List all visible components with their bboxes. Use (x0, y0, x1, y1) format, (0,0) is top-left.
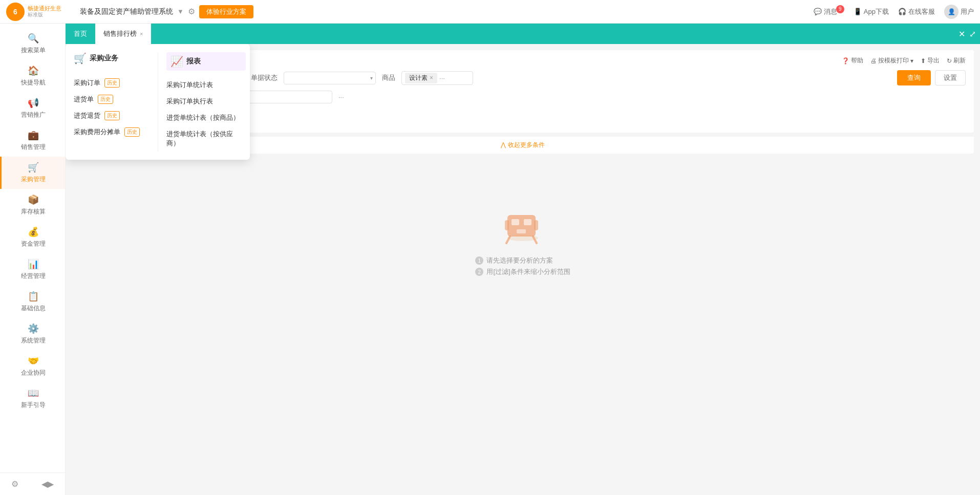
system-icon: ⚙️ (28, 323, 39, 334)
voucher-status-input[interactable] (284, 72, 376, 84)
sidebar-item-system[interactable]: ⚙️ 系统管理 (0, 318, 65, 350)
online-service-btn[interactable]: 🎧 在线客服 (898, 7, 935, 16)
collapse-icon[interactable]: ◀▶ (41, 479, 54, 489)
logo: 6 畅捷通好生意 标准版 (6, 3, 72, 21)
goods-more-btn[interactable]: ··· (439, 74, 445, 82)
export-btn[interactable]: ⬆ 导出 (921, 56, 940, 65)
svg-rect-4 (512, 219, 519, 225)
settings-bottom-icon[interactable]: ⚙ (11, 479, 18, 489)
enterprise-icon: 🤝 (28, 355, 39, 367)
svg-rect-6 (517, 229, 526, 233)
sidebar-item-beginner[interactable]: 📖 新手引导 (0, 382, 65, 415)
main-content: 🛒 采购业务 采购订单 历史 进货单 历史 进货退货 (66, 44, 980, 495)
query-btn[interactable]: 查询 (897, 70, 931, 85)
hist-badge-goods-return[interactable]: 历史 (104, 111, 120, 120)
empty-step-2: 2 用[过滤]条件来缩小分析范围 (475, 267, 570, 276)
sys-arrow-icon[interactable]: ▼ (177, 8, 184, 15)
sidebar-item-sales[interactable]: 💼 销售管理 (0, 124, 65, 157)
purchase-col-icon: 🛒 (74, 52, 87, 64)
goods-receipt-stat-goods-label: 进货单统计表（按商品） (166, 113, 240, 122)
hist-badge-purchase-cost[interactable]: 历史 (124, 127, 140, 137)
inventory-icon: 📦 (28, 194, 39, 205)
tab-sales-rank[interactable]: 销售排行榜 × (95, 24, 151, 44)
sidebar-label-quick-nav: 快捷导航 (21, 78, 46, 87)
app-download-btn[interactable]: 📱 App下载 (854, 7, 889, 16)
print-template-btn[interactable]: 🖨 按模板打印 ▾ (870, 56, 913, 65)
industry-btn[interactable]: 体验行业方案 (199, 5, 253, 18)
goods-label: 商品 (382, 73, 395, 82)
col-divider (158, 52, 158, 152)
query-actions: 查询 设置 (897, 70, 966, 85)
sidebar-item-search[interactable]: 🔍 搜索菜单 (0, 28, 65, 60)
message-btn[interactable]: 💬 消息 9 (814, 7, 844, 16)
sidebar-label-marketing: 营销推广 (21, 111, 46, 119)
purchase-order-label: 采购订单 (74, 78, 100, 88)
toolbar-right: ❓ 帮助 🖨 按模板打印 ▾ ⬆ 导出 (842, 56, 966, 65)
dropdown-item-purchase-order-exec[interactable]: 采购订单执行表 (166, 93, 242, 110)
svg-text:6: 6 (13, 8, 17, 16)
sidebar-nav: 🔍 搜索菜单 🏠 快捷导航 📢 营销推广 💼 销售管理 🛒 采购管 (0, 24, 65, 419)
sidebar-item-basic-info[interactable]: 📋 基础信息 (0, 286, 65, 318)
sales-icon: 💼 (28, 130, 39, 141)
dropdown-item-goods-receipt-stat-goods[interactable]: 进货单统计表（按商品） (166, 110, 242, 126)
sidebar-item-purchase[interactable]: 🛒 采购管理 (0, 157, 65, 189)
tab-close-window-icon[interactable]: ✕ (958, 29, 965, 39)
dropdown-menu: 🛒 采购业务 采购订单 历史 进货单 历史 进货退货 (66, 44, 250, 160)
sidebar-label-sales: 销售管理 (21, 143, 46, 152)
refresh-icon: ↻ (947, 57, 952, 64)
dropdown-purchase-title: 🛒 采购业务 (74, 52, 150, 69)
sidebar-label-funds: 资金管理 (21, 240, 46, 248)
help-icon: ❓ (842, 57, 849, 64)
tab-home[interactable]: 首页 (66, 24, 95, 44)
sidebar-item-marketing[interactable]: 📢 营销推广 (0, 92, 65, 124)
tab-close-btn[interactable]: × (140, 31, 143, 37)
empty-illustration (492, 195, 553, 246)
sidebar-label-inventory: 库存核算 (21, 207, 46, 216)
sidebar-item-inventory[interactable]: 📦 库存核算 (0, 189, 65, 221)
dropdown-item-goods-return[interactable]: 进货退货 历史 (74, 107, 150, 124)
user-icon: 👤 (948, 8, 955, 15)
print-arrow-icon: ▾ (910, 57, 913, 64)
dropdown-item-purchase-order-stat[interactable]: 采购订单统计表 (166, 77, 242, 93)
svg-rect-5 (524, 219, 531, 225)
sidebar-item-funds[interactable]: 💰 资金管理 (0, 221, 65, 253)
empty-step-1: 1 请先选择要分析的方案 (475, 256, 570, 265)
hist-badge-purchase-order[interactable]: 历史 (104, 78, 120, 88)
sys-name: 装备及固定资产辅助管理系统 (80, 7, 173, 16)
fold-label: 收起更多条件 (508, 141, 545, 148)
report-col-icon: 📈 (171, 55, 183, 68)
hist-badge-goods-receipt[interactable]: 历史 (98, 95, 113, 104)
sidebar-label-purchase: 采购管理 (21, 175, 46, 184)
dropdown-item-goods-receipt-stat-supplier[interactable]: 进货单统计表（按供应商） (166, 126, 242, 152)
goods-tag-close[interactable]: × (430, 74, 433, 81)
dropdown-item-goods-receipt[interactable]: 进货单 历史 (74, 91, 150, 107)
goods-return-label: 进货退货 (74, 111, 100, 120)
dropdown-item-purchase-cost[interactable]: 采购费用分摊单 历史 (74, 124, 150, 140)
tab-maximize-icon[interactable]: ⤢ (969, 29, 976, 39)
setting-btn[interactable]: 设置 (935, 70, 966, 85)
headset-icon: 🎧 (898, 8, 906, 15)
dropdown-item-purchase-order[interactable]: 采购订单 历史 (74, 75, 150, 91)
svg-rect-8 (534, 220, 538, 230)
sidebar-label-enterprise: 企业协同 (21, 369, 46, 377)
export-icon: ⬆ (921, 57, 926, 64)
message-icon: 💬 (814, 8, 822, 15)
sidebar-item-quick-nav[interactable]: 🏠 快捷导航 (0, 60, 65, 92)
sidebar-label-beginner: 新手引导 (21, 401, 46, 410)
salesman-input[interactable] (237, 91, 332, 103)
salesman-more[interactable]: ··· (338, 93, 344, 101)
avatar: 👤 (944, 5, 958, 19)
user-btn[interactable]: 👤 用户 (944, 5, 974, 19)
voucher-status-select[interactable]: ▾ (284, 72, 376, 84)
goods-receipt-stat-supplier-label: 进货单统计表（按供应商） (166, 130, 242, 148)
funds-icon: 💰 (28, 226, 39, 238)
refresh-btn[interactable]: ↻ 刷新 (947, 56, 966, 65)
sidebar-label-system: 系统管理 (21, 336, 46, 345)
dropdown-report-col: 📈 报表 采购订单统计表 采购订单执行表 进货单统计表（按商品） (166, 52, 242, 152)
gear-icon[interactable]: ⚙ (188, 7, 195, 16)
help-btn[interactable]: ❓ 帮助 (842, 56, 863, 65)
marketing-icon: 📢 (28, 97, 39, 109)
home-icon: 🏠 (28, 65, 39, 76)
sidebar-item-enterprise[interactable]: 🤝 企业协同 (0, 350, 65, 382)
sidebar-item-operations[interactable]: 📊 经营管理 (0, 253, 65, 286)
